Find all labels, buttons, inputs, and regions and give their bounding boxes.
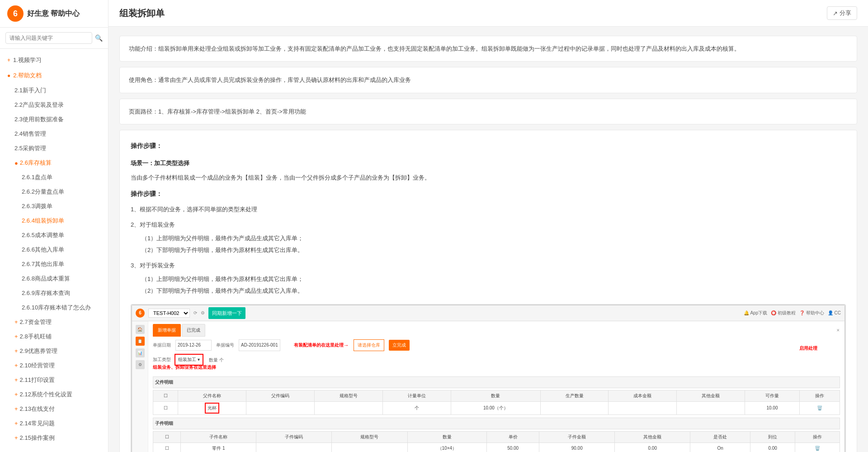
sidebar-header: 6 好生意 帮助中心 [0,0,108,28]
sidebar-item-2-4[interactable]: 2.4销售管理 [0,127,108,141]
mock-lower-row1: ☐零件 1 （10×4）50.0090.000.00 On0.00🗑️ [153,443,840,452]
mock-lth-code: 子件编码 [256,432,332,443]
sidebar-item-2-3[interactable]: 2.3使用前数据准备 [0,112,108,127]
mock-th-qty: 数量 [451,390,540,402]
collapse-icon-2-6: ● [14,160,18,167]
mock-th-avail: 可作量 [745,390,799,402]
mock-td-spec [315,402,383,415]
mock-th-other: 其他金额 [677,390,745,402]
mock-tab-done[interactable]: 已完成 [182,324,205,337]
sidebar-item-2-7[interactable]: +2.7资金管理 [0,315,108,329]
mock-td-unit: 个 [383,402,451,415]
sidebar: 6 好生意 帮助中心 🔍 + 1.视频学习 ● 2.帮助文档 2.1新手入门 2… [0,0,108,452]
mock-lth-other: 其他金额 [615,432,690,443]
step2: 2、对于组装业务 [131,219,846,231]
sidebar-item-2-9[interactable]: +2.9优惠券管理 [0,344,108,358]
sidebar-item-2-8[interactable]: +2.8手机旺铺 [0,329,108,344]
sidebar-item-2-6-3[interactable]: 2.6.3调拨单 [0,199,108,214]
sidebar-item-2-6-7[interactable]: 2.6.7其他出库单 [0,257,108,271]
sidebar-item-2-6-9[interactable]: 2.6.9库存账本查询 [0,286,108,300]
expand-icon: + [7,57,10,63]
mock-date-label: 单据日期 [153,341,171,350]
intro-text: 功能介绍：组装拆卸单用来处理企业组装或拆卸等加工业务，支持有固定装配清单的产品加… [129,45,740,52]
role-text: 使用角色：通常由生产人员或库管人员完成拆装业务的操作，库管人员确认原材料的出库和… [129,76,411,83]
mock-td-avail: 10.00 [745,402,799,415]
mock-lower-table-label: 子件明细 [153,418,840,429]
mock-nav-active[interactable]: 📋 [136,337,145,346]
search-icon[interactable]: 🔍 [95,34,103,42]
mock-ui: 6 TEST-H002 ⟳ ⚙ 同期新增一下 🔔 App下载 ⭕ 初级教程 ❓ … [132,305,845,452]
sidebar-item-2-6-6[interactable]: 2.6.6其他入库单 [0,243,108,257]
mock-arrow-right: → [344,340,349,351]
share-button[interactable]: ↗ 分享 [827,6,857,20]
step3-1: （1）上部明细为父件明细，最终作为原材料生成其它出库单； [131,273,846,285]
sidebar-item-video[interactable]: + 1.视频学习 [0,52,108,68]
mock-nav-home[interactable]: 🏠 [136,325,145,334]
mock-close-icon[interactable]: ✕ [836,326,840,334]
role-section: 使用角色：通常由生产人员或库管人员完成拆装业务的操作，库管人员确认原材料的出库和… [119,67,857,93]
mock-date-val[interactable]: 2019-12-26 [175,340,212,351]
sidebar-item-2-6-5[interactable]: 2.6.5成本调整单 [0,228,108,243]
mock-lth-process: 是否处 [690,432,750,443]
nav-list: + 1.视频学习 ● 2.帮助文档 2.1新手入门 2.2产品安装及登录 2.3… [0,49,108,452]
mock-company-select[interactable]: TEST-H002 [148,309,190,318]
sidebar-item-2-2[interactable]: 2.2产品安装及登录 [0,98,108,112]
mock-confirm-btn[interactable]: 立完成 [389,340,410,351]
sidebar-item-2-15[interactable]: +2.15操作案例 [0,431,108,445]
mock-td-check: ☐ [153,402,178,415]
search-box: 🔍 [0,28,108,49]
ops-body: 操作步骤： 场景一：加工类型选择 当由多个子件材料组装成一个成品的业务为【组装】… [119,130,857,452]
sidebar-item-2-6-2[interactable]: 2.6.2分量盘点单 [0,185,108,199]
sidebar-item-2-6[interactable]: ● 2.6库存核算 [0,156,108,170]
sidebar-item-2-5[interactable]: 2.5采购管理 [0,141,108,156]
sidebar-item-2-1[interactable]: 2.1新手入门 [0,83,108,98]
mock-td-cost [609,402,677,415]
page-title: 组装拆卸单 [119,7,165,19]
sidebar-item-2-6-4[interactable]: 2.6.4组装拆卸单 [0,214,108,228]
mock-annotation1-text: 有装配清单的在这里处理 [294,341,344,350]
mock-annotation2: 组装业务、拆卸业务在这里选择 [153,363,216,372]
mock-tabs-row: 新增单据 已完成 ✕ [153,324,840,337]
mock-nav-settings[interactable]: ⚙ [136,360,145,369]
mock-th-ops: 操作 [799,390,840,402]
sidebar-item-2-6-10[interactable]: 2.6.10库存账本错了怎么办 [0,300,108,315]
share-icon: ↗ [833,10,838,17]
sidebar-item-2-13[interactable]: +2.13在线支付 [0,402,108,416]
mock-td-code [246,402,315,415]
path-section: 页面路径：1、库存核算->库存管理->组装拆卸单 2、首页->常用功能 [119,99,857,124]
mock-body: 🏠 📋 📊 ⚙ 新增单据 已完成 ✕ [132,321,844,452]
step2-2: （2）下部明细为子件明细，最终作为原材料生成其它出库单。 [131,244,846,256]
mock-spacer1 [153,368,840,376]
sidebar-item-2-14[interactable]: +2.14常见问题 [0,416,108,431]
mock-select-bom[interactable]: 请选择仓库 [354,339,384,351]
sidebar-item-2-6-8[interactable]: 2.6.8商品成本重算 [0,271,108,286]
mock-td-prod-qty [540,402,609,415]
mock-lower-table: ☐ 子件名称 子件编码 规格型号 数量 单价 子件金额 其他金额 是否处 [153,431,840,452]
mock-topbar-right: 🔔 App下载 ⭕ 初级教程 ❓ 帮助中心 👤 CC [744,309,841,318]
sidebar-item-docs[interactable]: ● 2.帮助文档 [0,68,108,83]
mock-th-unit: 计量单位 [383,390,451,402]
mock-tab-new[interactable]: 新增单据 [153,324,181,337]
mock-form-header: 单据日期 2019-12-26 单据编号 AD-20191226-001 有装配… [153,339,840,351]
search-input[interactable] [5,32,92,44]
ops-title: 操作步骤： [131,139,846,152]
content-area: 功能介绍：组装拆卸单用来处理企业组装或拆卸等加工业务，支持有固定装配清单的产品加… [108,27,868,452]
mock-annotation3: 启用处理 [799,344,817,353]
sidebar-item-2-11[interactable]: +2.11打印设置 [0,373,108,387]
mock-lth-ops: 操作 [795,432,840,443]
mock-th-prod-qty: 生产数量 [540,390,609,402]
mock-lth-qty: 数量 [407,432,487,443]
mock-nav-chart[interactable]: 📊 [136,348,145,357]
mock-lth-arrive: 到位 [750,432,795,443]
mock-th-parent-code: 父件编码 [246,390,315,402]
mock-left-sidebar: 🏠 📋 📊 ⚙ [132,321,148,452]
mock-lth-spec: 规格型号 [332,432,407,443]
mock-td-name[interactable]: 光杯 [178,402,246,415]
sidebar-item-2-6-1[interactable]: 2.6.1盘点单 [0,170,108,185]
mock-new-btn[interactable]: 同期新增一下 [208,307,245,319]
intro-section: 功能介绍：组装拆卸单用来处理企业组装或拆卸等加工业务，支持有固定装配清单的产品加… [119,36,857,62]
mock-td-action[interactable]: 🗑️ [799,402,840,415]
collapse-icon: ● [7,72,10,79]
sidebar-item-2-12[interactable]: +2.12系统个性化设置 [0,387,108,402]
sidebar-item-2-10[interactable]: +2.10经营管理 [0,358,108,373]
